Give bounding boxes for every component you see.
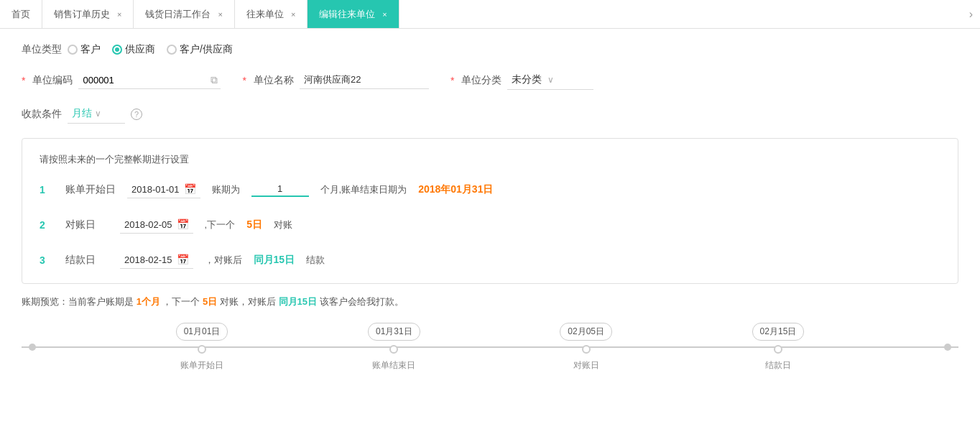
timeline-badge-2: 01月31日 bbox=[368, 323, 420, 341]
radio-supplier[interactable]: 供应商 bbox=[112, 43, 155, 56]
tab-edit-partner-close[interactable]: × bbox=[382, 10, 387, 19]
code-input[interactable] bbox=[78, 72, 208, 88]
period-prefix-2: ,下一个 bbox=[205, 218, 236, 231]
payment-label: 收款条件 bbox=[22, 108, 62, 121]
timeline-circle-4 bbox=[774, 345, 782, 354]
period-suffix-1: 账期为 bbox=[212, 183, 240, 196]
payment-value: 月结 bbox=[72, 107, 92, 120]
category-star: * bbox=[450, 75, 454, 86]
timeline-label-4: 结款日 bbox=[765, 359, 791, 372]
radio-supplier-label: 供应商 bbox=[125, 43, 155, 56]
name-group: * 单位名称 bbox=[242, 72, 428, 89]
summary-suffix: 该客户会给我打款。 bbox=[320, 296, 404, 307]
tab-home[interactable]: 首页 bbox=[0, 0, 42, 28]
radio-customer[interactable]: 客户 bbox=[68, 43, 101, 56]
timeline-node-2: 01月31日 账单结束日 bbox=[368, 323, 420, 372]
period-date-val-1: 2018-01-01 bbox=[131, 184, 180, 195]
code-star: * bbox=[22, 75, 25, 86]
summary-part2: 5日 bbox=[203, 296, 217, 307]
tab-partner[interactable]: 往来单位 × bbox=[235, 0, 308, 28]
summary-part1: 1个月 bbox=[137, 296, 160, 307]
radio-customer-label: 客户 bbox=[80, 43, 101, 56]
timeline-node-4: 02月15日 结款日 bbox=[752, 323, 805, 372]
timeline-label-1: 账单开始日 bbox=[180, 359, 223, 372]
period-label-2: 对账日 bbox=[65, 218, 108, 231]
timeline-label-2: 账单结束日 bbox=[372, 359, 415, 372]
summary-sep1: ，下一个 bbox=[162, 296, 200, 307]
radio-customer-circle bbox=[68, 45, 78, 55]
radio-supplier-circle bbox=[112, 45, 122, 55]
code-input-wrapper: ⧉ bbox=[78, 72, 221, 89]
code-group: * 单位编码 ⧉ bbox=[22, 72, 221, 89]
period-end-date-1: 2018年01月31日 bbox=[418, 183, 493, 196]
code-label: 单位编码 bbox=[32, 74, 73, 87]
period-title: 请按照未来的一个完整帐期进行设置 bbox=[40, 153, 940, 166]
tab-cash-work-close[interactable]: × bbox=[218, 10, 222, 19]
tab-bar: 首页 销售订单历史 × 钱货日清工作台 × 往来单位 × 编辑往来单位 × › bbox=[0, 0, 980, 29]
timeline-right-dot bbox=[944, 344, 951, 351]
radio-both-circle bbox=[167, 45, 177, 55]
timeline-circle-3 bbox=[582, 345, 591, 354]
payment-group: 收款条件 月结 ∨ ? bbox=[22, 104, 142, 124]
timeline-circle-2 bbox=[389, 345, 398, 354]
period-cal-icon-2[interactable]: 📅 bbox=[177, 218, 189, 230]
period-suffix-3: 结款 bbox=[306, 254, 325, 267]
timeline-nodes: 01月01日 账单开始日 01月31日 账单结束日 02月05日 对账日 02月… bbox=[29, 323, 951, 372]
period-label-3: 结款日 bbox=[65, 254, 108, 267]
tab-partner-close[interactable]: × bbox=[291, 10, 295, 19]
payment-help-icon[interactable]: ? bbox=[131, 109, 142, 120]
name-star: * bbox=[242, 75, 246, 86]
radio-both[interactable]: 客户/供应商 bbox=[167, 43, 233, 56]
category-label: 单位分类 bbox=[461, 74, 501, 87]
period-unit-1: 个月,账单结束日期为 bbox=[320, 183, 407, 196]
code-name-row: * 单位编码 ⧉ * 单位名称 * 单位分类 未分类 ∨ bbox=[22, 70, 958, 90]
timeline-container: 01月01日 账单开始日 01月31日 账单结束日 02月05日 对账日 02月… bbox=[22, 323, 958, 372]
category-chevron-icon: ∨ bbox=[547, 75, 554, 85]
category-value: 未分类 bbox=[512, 73, 542, 86]
name-input[interactable] bbox=[300, 72, 429, 89]
tab-edit-partner[interactable]: 编辑往来单位 × bbox=[308, 0, 399, 28]
period-date-2: 2018-02-05 📅 bbox=[120, 216, 193, 234]
period-num-3: 3 bbox=[40, 254, 54, 266]
radio-group: 客户 供应商 客户/供应商 bbox=[68, 43, 233, 56]
timeline-node-3: 02月05日 对账日 bbox=[560, 323, 612, 372]
tab-expand-button[interactable]: › bbox=[962, 0, 980, 28]
tab-sales-history[interactable]: 销售订单历史 × bbox=[42, 0, 134, 28]
period-suffix-2: 对账 bbox=[274, 218, 292, 231]
summary-part3: 同月15日 bbox=[279, 296, 317, 307]
period-date-val-2: 2018-02-05 bbox=[124, 219, 172, 230]
radio-both-label: 客户/供应商 bbox=[180, 43, 233, 56]
unit-type-row: 单位类型 客户 供应商 客户/供应商 bbox=[22, 43, 958, 56]
payment-row: 收款条件 月结 ∨ ? bbox=[22, 104, 958, 124]
period-cal-icon-1[interactable]: 📅 bbox=[184, 183, 196, 195]
tab-sales-history-close[interactable]: × bbox=[117, 10, 121, 19]
timeline-badge-1: 01月01日 bbox=[176, 323, 228, 341]
period-date-val-3: 2018-02-15 bbox=[124, 254, 172, 265]
period-date-3: 2018-02-15 📅 bbox=[120, 251, 193, 269]
code-copy-icon[interactable]: ⧉ bbox=[208, 74, 221, 86]
timeline-badge-4: 02月15日 bbox=[752, 323, 805, 341]
period-box: 请按照未来的一个完整帐期进行设置 1 账单开始日 2018-01-01 📅 账期… bbox=[22, 138, 958, 284]
period-cal-icon-3[interactable]: 📅 bbox=[177, 254, 189, 265]
main-content: 单位类型 客户 供应商 客户/供应商 * 单位编码 bbox=[0, 29, 980, 437]
summary-prefix: 账期预览：当前客户账期是 bbox=[22, 296, 134, 307]
unit-type-group: 单位类型 客户 供应商 客户/供应商 bbox=[22, 43, 233, 56]
period-input-1[interactable] bbox=[251, 182, 309, 197]
timeline-node-1: 01月01日 账单开始日 bbox=[176, 323, 228, 372]
summary: 账期预览：当前客户账期是 1个月 ，下一个 5日 对账，对账后 同月15日 该客… bbox=[22, 295, 958, 308]
summary-sep2: 对账，对账后 bbox=[220, 296, 276, 307]
period-prefix-3: ，对账后 bbox=[205, 254, 242, 267]
period-date-1: 2018-01-01 📅 bbox=[127, 180, 200, 198]
category-select[interactable]: 未分类 ∨ bbox=[507, 70, 593, 90]
payment-select[interactable]: 月结 ∨ bbox=[68, 104, 125, 124]
unit-type-label: 单位类型 bbox=[22, 43, 62, 56]
timeline-badge-3: 02月05日 bbox=[560, 323, 612, 341]
period-num-1: 1 bbox=[40, 184, 54, 196]
period-row-2: 2 对账日 2018-02-05 📅 ,下一个 5日 对账 bbox=[40, 216, 940, 234]
timeline-circle-1 bbox=[198, 345, 206, 354]
period-row-3: 3 结款日 2018-02-15 📅 ，对账后 同月15日 结款 bbox=[40, 251, 940, 269]
name-label: 单位名称 bbox=[254, 74, 294, 87]
payment-chevron-icon: ∨ bbox=[95, 109, 101, 119]
period-num-2: 2 bbox=[40, 219, 54, 231]
tab-cash-work[interactable]: 钱货日清工作台 × bbox=[134, 0, 234, 28]
